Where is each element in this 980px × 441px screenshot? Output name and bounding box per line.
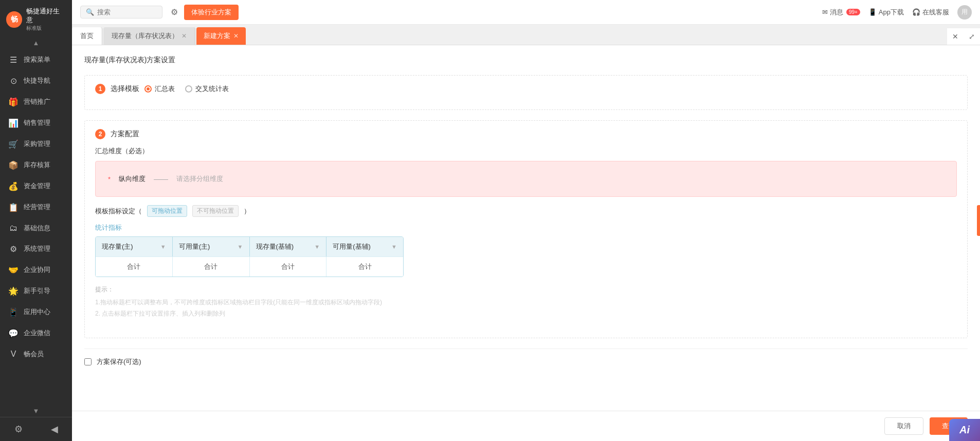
stats-cell-1: 合计	[96, 257, 173, 277]
app-download-icon: 📱	[868, 8, 877, 16]
tab-bar: 首页 现存量（库存状况表） ✕ 新建方案 ✕ ✕ ⤢	[72, 25, 980, 45]
close-panel-button[interactable]: ✕	[947, 28, 964, 45]
section-plan-config: 2 方案配置 汇总维度（必选） * 纵向维度 —— 请选择分组维度 模板指标设定…	[84, 120, 968, 338]
sidebar-item-inventory[interactable]: 📦 库存核算	[0, 155, 72, 176]
tip-1: 1.拖动标题栏可以调整布局，不可跨维度或指标区域拖动栏目字段(只能在同一维度或指…	[95, 297, 957, 308]
tab-inventory-status[interactable]: 现存量（库存状况表） ✕	[103, 27, 195, 45]
dim-field-label: 纵向维度	[119, 174, 146, 183]
tab-new-close-icon[interactable]: ✕	[233, 27, 239, 45]
sidebar-item-search-menu[interactable]: ☰ 搜索菜单	[0, 49, 72, 70]
col4-chevron-icon[interactable]: ▼	[391, 244, 397, 250]
stats-col-3-label: 现存量(基辅)	[256, 242, 294, 251]
system-icon: ⚙	[8, 244, 19, 254]
dim-placeholder: 请选择分组维度	[176, 174, 223, 183]
sidebar-item-contract[interactable]: 🤝 企业协同	[0, 260, 72, 281]
trial-industry-button[interactable]: 体验行业方案	[184, 5, 239, 20]
sidebar-item-marketing[interactable]: 🎁 营销推广	[0, 91, 72, 113]
tab-home[interactable]: 首页	[72, 27, 102, 45]
tips-section: 提示： 1.拖动标题栏可以调整布局，不可跨维度或指标区域拖动栏目字段(只能在同一…	[95, 285, 957, 319]
save-plan-label: 方案保存(可选)	[97, 357, 141, 366]
topbar-search-box[interactable]: 🔍	[80, 6, 162, 19]
right-scroll-indicator	[977, 205, 980, 236]
sidebar-item-purchase[interactable]: 🛒 采购管理	[0, 134, 72, 155]
radio-summary[interactable]: 汇总表	[144, 84, 175, 94]
tab-new-label: 新建方案	[204, 27, 230, 45]
sidebar-settings-btn[interactable]: ⚙	[10, 421, 27, 437]
sidebar-nav: ☰ 搜索菜单 ⊙ 快捷导航 🎁 营销推广 📊 销售管理 🛒 采购管理 📦 库存核…	[0, 49, 72, 405]
save-plan-checkbox[interactable]	[84, 358, 92, 365]
stats-col-1[interactable]: 现存量(主) ▼	[96, 237, 173, 256]
stats-section-label: 统计指标	[95, 223, 957, 232]
radio-cross-label: 交叉统计表	[195, 84, 229, 94]
tab-inventory-label: 现存量（库存状况表）	[112, 27, 178, 45]
stats-table: 现存量(主) ▼ 可用量(主) ▼ 现存量(基辅) ▼ 可用量(基辅)	[95, 236, 404, 277]
app-edition: 标准版	[26, 25, 66, 32]
tab-inventory-close-icon[interactable]: ✕	[182, 27, 187, 45]
sidebar-item-label: 库存核算	[24, 160, 50, 170]
section1-title: 选择模板	[111, 84, 139, 94]
sidebar-item-label: 新手引导	[24, 286, 50, 296]
radio-cross[interactable]: 交叉统计表	[185, 84, 229, 94]
sales-icon: 📊	[8, 118, 19, 128]
tab-new-plan[interactable]: 新建方案 ✕	[196, 27, 246, 45]
sidebar-item-label: 应用中心	[24, 307, 50, 317]
sidebar-collapse-btn[interactable]: ◀	[47, 421, 62, 437]
radio-cross-dot	[185, 85, 192, 93]
app-name: 畅捷通好生意	[26, 7, 66, 25]
stats-col-4-label: 可用量(基辅)	[333, 242, 371, 251]
expand-panel-button[interactable]: ⤢	[964, 28, 980, 45]
headset-icon: 🎧	[912, 8, 920, 16]
window-controls: ✕ ⤢	[947, 28, 980, 45]
sidebar-item-system[interactable]: ⚙ 系统管理	[0, 238, 72, 260]
stats-col-2[interactable]: 可用量(主) ▼	[173, 237, 250, 256]
message-badge: 99+	[846, 9, 860, 15]
user-avatar[interactable]: 用	[957, 5, 972, 20]
sidebar-item-base[interactable]: 🗂 基础信息	[0, 218, 72, 238]
sidebar-item-business[interactable]: 📋 经营管理	[0, 197, 72, 218]
stats-col-4[interactable]: 可用量(基辅) ▼	[326, 237, 403, 256]
template-indicator: 模板指标设定（ 可拖动位置 不可拖动位置 ）	[95, 205, 957, 217]
sidebar-item-label: 营销推广	[24, 97, 50, 106]
panel-title: 现存量(库存状况表)方案设置	[84, 56, 968, 65]
topbar-gear-icon[interactable]: ⚙	[171, 7, 178, 17]
sidebar-item-label: 资金管理	[24, 181, 50, 191]
search-icon: 🔍	[86, 8, 94, 16]
sidebar-scroll-down[interactable]: ▼	[0, 405, 72, 417]
vip-icon: V	[8, 350, 19, 359]
sidebar-item-label: 系统管理	[24, 244, 50, 253]
col2-chevron-icon[interactable]: ▼	[238, 244, 243, 250]
app-download-group[interactable]: 📱 App下载	[868, 8, 904, 17]
finance-icon: 💰	[8, 181, 19, 191]
dimension-box[interactable]: * 纵向维度 —— 请选择分组维度	[95, 161, 957, 197]
sidebar-bottom: ⚙ ◀	[0, 417, 72, 441]
ai-badge[interactable]: Ai	[949, 419, 980, 441]
online-service-group[interactable]: 🎧 在线客服	[912, 8, 949, 17]
sidebar-item-apps[interactable]: 📱 应用中心	[0, 302, 72, 323]
message-group[interactable]: ✉ 消息 99+	[822, 8, 860, 17]
sidebar-logo: 畅 畅捷通好生意 标准版	[0, 0, 72, 37]
sidebar-item-sales[interactable]: 📊 销售管理	[0, 113, 72, 134]
message-label: 消息	[830, 8, 843, 17]
cancel-button[interactable]: 取消	[884, 417, 923, 435]
sidebar-item-wechat[interactable]: 💬 企业微信	[0, 323, 72, 344]
col3-chevron-icon[interactable]: ▼	[314, 244, 320, 250]
dim-arrow: ——	[154, 175, 168, 183]
sidebar-item-label: 快捷导航	[24, 76, 50, 85]
sidebar-item-newbie[interactable]: 🌟 新手引导	[0, 281, 72, 302]
sidebar-item-vip[interactable]: V 畅会员	[0, 344, 72, 364]
sidebar-item-quick-nav[interactable]: ⊙ 快捷导航	[0, 70, 72, 91]
badge-nodrag: 不可拖动位置	[192, 205, 239, 217]
dim-required-mark: *	[108, 175, 111, 183]
template-radio-group: 汇总表 交叉统计表	[144, 84, 229, 94]
search-input[interactable]	[97, 8, 149, 16]
badge-draggable: 可拖动位置	[147, 205, 187, 217]
col1-chevron-icon[interactable]: ▼	[160, 244, 166, 250]
stats-col-3[interactable]: 现存量(基辅) ▼	[250, 237, 327, 256]
sidebar-item-label: 畅会员	[24, 350, 44, 359]
dim-label: 汇总维度（必选）	[95, 146, 957, 156]
section2-num: 2	[95, 129, 105, 139]
sidebar-item-finance[interactable]: 💰 资金管理	[0, 176, 72, 197]
business-icon: 📋	[8, 203, 19, 212]
sidebar-scroll-up[interactable]: ▲	[0, 37, 72, 49]
tips-title: 提示：	[95, 285, 957, 294]
